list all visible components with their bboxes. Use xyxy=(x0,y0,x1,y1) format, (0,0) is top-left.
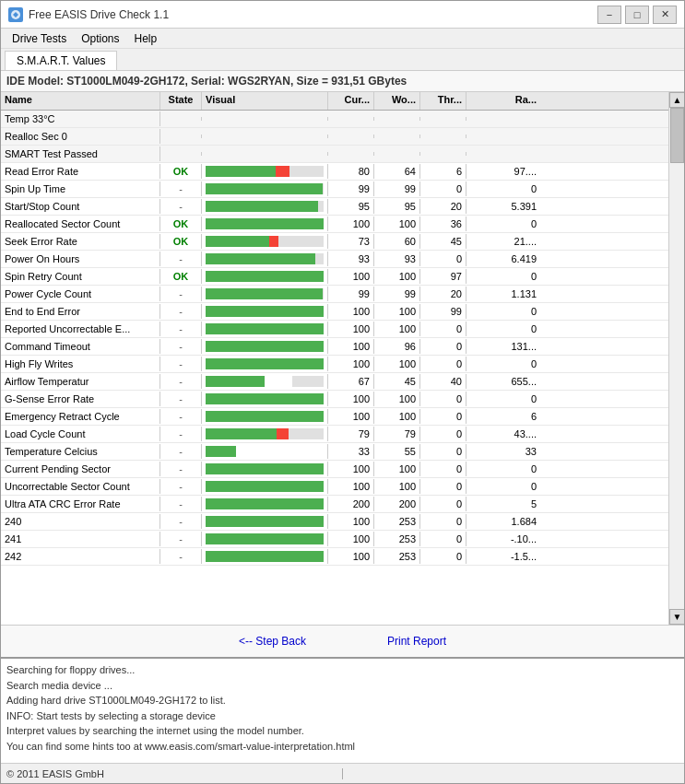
row-cur: 100 xyxy=(328,479,374,494)
table-row[interactable]: 240-10025301.684 xyxy=(1,513,668,531)
header-thr: Thr... xyxy=(420,92,467,110)
table-row[interactable]: End to End Error-100100990 xyxy=(1,303,668,321)
row-thr: 0 xyxy=(420,532,467,546)
row-name: Emergency Retract Cycle xyxy=(1,409,160,424)
scroll-up-button[interactable]: ▲ xyxy=(669,92,684,108)
table-row[interactable]: Uncorrectable Sector Count-10010000 xyxy=(1,478,668,496)
table-row[interactable]: Airflow Temperatur-674540655... xyxy=(1,373,668,391)
table-row[interactable]: Command Timeout-100960131... xyxy=(1,338,668,356)
table-row[interactable]: 241-1002530-.10... xyxy=(1,531,668,548)
table-row[interactable]: SMART Test Passed xyxy=(1,146,668,163)
row-ra: 1.684 xyxy=(467,514,540,529)
row-cur: 100 xyxy=(328,462,374,476)
minimize-button[interactable]: − xyxy=(597,6,621,24)
row-ra: 0 xyxy=(467,462,540,476)
table-row[interactable]: G-Sense Error Rate-10010000 xyxy=(1,391,668,408)
row-name: Start/Stop Count xyxy=(1,199,160,214)
log-line: You can find some hints too at www.easis… xyxy=(6,739,679,755)
row-visual xyxy=(202,479,328,494)
row-name: Reallocated Sector Count xyxy=(1,216,160,231)
menu-options[interactable]: Options xyxy=(74,30,126,47)
log-line: Interpret values by searching the intern… xyxy=(6,723,679,739)
table-row[interactable]: Spin Retry CountOK100100970 xyxy=(1,268,668,286)
row-cur: 100 xyxy=(328,269,374,284)
row-state: - xyxy=(160,444,202,459)
step-back-button[interactable]: <-- Step Back xyxy=(235,633,310,649)
row-cur: 100 xyxy=(328,549,374,564)
header-cur: Cur... xyxy=(328,92,374,110)
row-ra: 655... xyxy=(467,374,540,389)
row-ra xyxy=(467,135,540,138)
row-thr xyxy=(420,152,467,156)
print-report-button[interactable]: Print Report xyxy=(384,633,450,649)
menu-drive-tests[interactable]: Drive Tests xyxy=(5,30,74,47)
visual-bar xyxy=(206,551,324,562)
table-row[interactable]: 242-1002530-1.5... xyxy=(1,548,668,566)
row-ra: 5.391 xyxy=(467,199,540,214)
row-thr: 99 xyxy=(420,304,467,319)
row-cur: 93 xyxy=(328,252,374,266)
row-wo: 253 xyxy=(374,514,420,529)
table-row[interactable]: Temperature Celcius-3355033 xyxy=(1,443,668,461)
row-wo: 99 xyxy=(374,181,420,196)
row-state: - xyxy=(160,304,202,319)
row-wo: 99 xyxy=(374,287,420,301)
row-thr: 0 xyxy=(420,479,467,494)
maximize-button[interactable]: □ xyxy=(625,6,649,24)
close-button[interactable]: ✕ xyxy=(653,6,677,24)
row-wo: 100 xyxy=(374,392,420,406)
row-state: - xyxy=(160,322,202,336)
row-ra xyxy=(467,152,540,156)
row-thr: 0 xyxy=(420,549,467,564)
table-row[interactable]: Ultra ATA CRC Error Rate-20020005 xyxy=(1,496,668,513)
row-thr: 0 xyxy=(420,462,467,476)
row-visual xyxy=(202,427,328,441)
table-row[interactable]: Seek Error RateOK73604521.... xyxy=(1,233,668,251)
row-wo: 100 xyxy=(374,216,420,231)
visual-bar xyxy=(206,376,324,387)
row-visual xyxy=(202,152,328,156)
table-row[interactable]: Realloc Sec 0 xyxy=(1,128,668,146)
row-cur: 100 xyxy=(328,322,374,336)
table-row[interactable]: Read Error RateOK8064697.... xyxy=(1,163,668,181)
visual-bar xyxy=(206,306,324,317)
row-ra: 0 xyxy=(467,479,540,494)
table-row[interactable]: Power On Hours-939306.419 xyxy=(1,251,668,268)
row-wo: 100 xyxy=(374,462,420,476)
visual-bar xyxy=(206,253,324,264)
table-row[interactable]: Emergency Retract Cycle-10010006 xyxy=(1,408,668,426)
table-body[interactable]: Temp 33°CRealloc Sec 0SMART Test PassedR… xyxy=(1,111,668,625)
row-name: End to End Error xyxy=(1,304,160,319)
row-name: G-Sense Error Rate xyxy=(1,392,160,406)
table-row[interactable]: Power Cycle Count-9999201.131 xyxy=(1,286,668,303)
row-thr: 0 xyxy=(420,181,467,196)
tab-smart-values[interactable]: S.M.A.R.T. Values xyxy=(5,51,117,70)
visual-bar xyxy=(206,516,324,527)
table-row[interactable]: Reported Uncorrectable E...-10010000 xyxy=(1,321,668,338)
scroll-thumb[interactable] xyxy=(670,108,684,163)
row-name: Uncorrectable Sector Count xyxy=(1,479,160,494)
table-scrollbar[interactable]: ▲ ▼ xyxy=(668,92,684,625)
table-row[interactable]: Current Pending Sector-10010000 xyxy=(1,461,668,478)
row-name: Current Pending Sector xyxy=(1,462,160,476)
table-row[interactable]: High Fly Writes-10010000 xyxy=(1,356,668,373)
row-name: Power On Hours xyxy=(1,252,160,266)
visual-bar xyxy=(206,533,324,544)
row-cur: 73 xyxy=(328,234,374,249)
scroll-down-button[interactable]: ▼ xyxy=(669,609,684,625)
row-thr xyxy=(420,135,467,138)
row-ra: 0 xyxy=(467,322,540,336)
menu-help[interactable]: Help xyxy=(127,30,165,47)
row-name: Ultra ATA CRC Error Rate xyxy=(1,497,160,511)
row-cur: 33 xyxy=(328,444,374,459)
row-thr: 20 xyxy=(420,199,467,214)
table-row[interactable]: Spin Up Time-999900 xyxy=(1,181,668,198)
table-row[interactable]: Reallocated Sector CountOK100100360 xyxy=(1,216,668,233)
tab-bar: S.M.A.R.T. Values xyxy=(1,49,684,71)
visual-bar xyxy=(206,236,324,247)
table-row[interactable]: Start/Stop Count-9595205.391 xyxy=(1,198,668,216)
table-row[interactable]: Load Cycle Count-7979043.... xyxy=(1,426,668,443)
row-ra: 0 xyxy=(467,181,540,196)
table-row[interactable]: Temp 33°C xyxy=(1,111,668,128)
row-name: Seek Error Rate xyxy=(1,234,160,249)
